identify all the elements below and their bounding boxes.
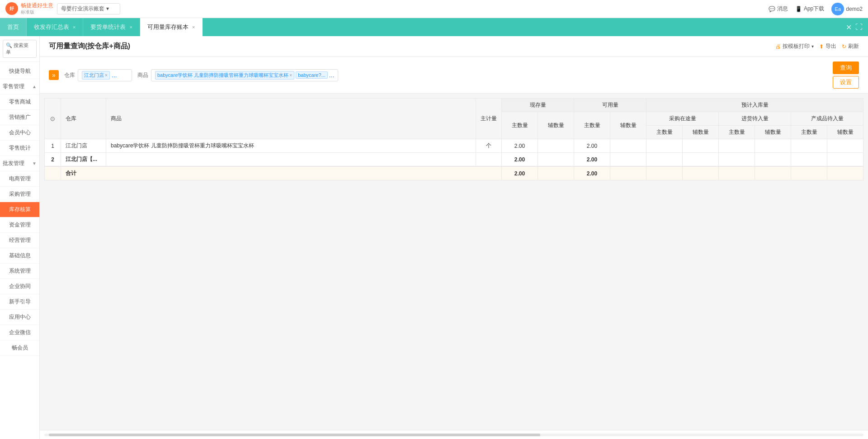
scrollbar-track [44, 434, 863, 436]
table-settings-icon[interactable]: ⚙ [50, 115, 56, 123]
tab-inventory[interactable]: 可用量库存账本 × [140, 18, 203, 36]
warehouse-tag-remove[interactable]: × [105, 73, 108, 78]
tab-inventory-label: 可用量库存账本 [147, 23, 189, 31]
sidebar-item-ecommerce[interactable]: 电商管理 [0, 171, 39, 187]
sidebar-item-quick-nav[interactable]: 快捷导航 [0, 64, 39, 79]
sidebar-item-batch[interactable]: 批发管理 ▼ [0, 156, 39, 171]
page-title: 可用量查询(按仓库+商品) [49, 42, 130, 51]
tab-home[interactable]: 首页 [0, 18, 27, 36]
th-purchase-transit-main: 主数量 [646, 126, 683, 139]
warehouse-filter-label: 仓库 [64, 71, 75, 79]
product-tag-2-value: babycare?... [298, 72, 326, 78]
th-stock-aux: 辅数量 [538, 112, 574, 139]
row1-purchase-main [646, 139, 683, 153]
app-download-button[interactable]: 📱 App下载 [795, 5, 824, 13]
system-label: 系统管理 [9, 267, 31, 275]
sidebar-item-vip[interactable]: 畅会员 [0, 340, 39, 356]
content-area: 可用量查询(按仓库+商品) 🖨 按模板打印 ▾ ⬆ 导出 ↻ 刷新 » [40, 36, 868, 439]
setting-button[interactable]: 设置 [833, 76, 859, 89]
export-button[interactable]: ⬆ 导出 [819, 42, 836, 50]
th-product-waiting-main: 主数量 [791, 126, 827, 139]
message-button[interactable]: 💬 消息 [769, 5, 788, 13]
page-header: 可用量查询(按仓库+商品) 🖨 按模板打印 ▾ ⬆ 导出 ↻ 刷新 [40, 36, 868, 57]
sidebar-item-marketing[interactable]: 营销推广 [0, 110, 39, 125]
th-settings[interactable]: ⚙ [45, 99, 61, 139]
row1-warehouse: 江北门店 [61, 139, 106, 153]
download-icon: 📱 [795, 6, 802, 12]
marketing-label: 营销推广 [9, 113, 31, 121]
refresh-button[interactable]: ↻ 刷新 [842, 42, 859, 50]
row1-product-main [791, 139, 827, 153]
export-icon: ⬆ [819, 43, 824, 50]
sidebar-item-zero-stats[interactable]: 零售统计 [0, 141, 39, 156]
nav-right-icons: ✕ ⛶ [840, 18, 868, 36]
th-stock-group: 现存量 [502, 99, 574, 112]
row1-unit: 个 [476, 139, 502, 153]
row1-stock-aux [538, 139, 574, 153]
tab-order-stats[interactable]: 要货单统计表 × [83, 18, 140, 36]
filter-expand-button[interactable]: » [49, 70, 59, 80]
product-tag-1-remove[interactable]: × [289, 73, 292, 78]
avatar-initials: Ea [835, 6, 841, 12]
username: demo2 [846, 6, 863, 12]
avatar: Ea [831, 3, 844, 15]
row1-product: babycare学饮杯 儿童防摔防撞吸管杯重力球吸嘴杯宝宝水杯 [106, 139, 476, 153]
query-button[interactable]: 查询 [833, 61, 859, 74]
wechat-label: 企业微信 [9, 329, 31, 336]
scrollbar-thumb[interactable] [49, 434, 540, 436]
refresh-label: 刷新 [848, 42, 859, 50]
tab-inventory-close[interactable]: × [192, 24, 195, 30]
industry-selector[interactable]: 母婴行业演示账套 ▾ [57, 3, 120, 14]
product-more-dots[interactable]: ... [329, 71, 335, 79]
main-layout: 🔍 搜索菜单 快捷导航 零售管理 ▲ 零售商城 营销推广 会员中心 [0, 36, 868, 439]
message-label: 消息 [777, 5, 788, 13]
sidebar-item-member[interactable]: 会员中心 [0, 125, 39, 141]
sidebar-item-newbie[interactable]: 新手引导 [0, 294, 39, 310]
total-avail-main: 2.00 [574, 166, 610, 180]
logo-sub: 标准版 [21, 9, 53, 15]
more-dots[interactable]: ... [112, 71, 117, 79]
warehouse-tag-value: 江北门店 [84, 72, 104, 79]
th-warehouse: 仓库 [61, 99, 106, 139]
th-stock-main: 主数量 [502, 112, 538, 139]
quick-nav-label: 快捷导航 [9, 67, 31, 75]
sidebar-item-zero-sales[interactable]: 零售管理 ▲ [0, 79, 39, 94]
row2-inbound-aux [755, 153, 791, 167]
search-icon: 🔍 [6, 42, 12, 48]
sidebar-item-wechat[interactable]: 企业微信 [0, 325, 39, 340]
print-button[interactable]: 🖨 按模板打印 ▾ [775, 42, 814, 50]
th-main-unit: 主计量 [476, 99, 502, 139]
row1-purchase-aux [683, 139, 719, 153]
export-label: 导出 [826, 42, 836, 50]
row2-product-main [791, 153, 827, 167]
row1-avail-aux [610, 139, 646, 153]
sidebar-item-inventory[interactable]: 库存核算 [0, 202, 39, 217]
tab-collection[interactable]: 收发存汇总表 × [27, 18, 83, 36]
sidebar-item-purchase[interactable]: 采购管理 [0, 187, 39, 202]
warehouse-filter-input[interactable]: 江北门店 × ... [78, 69, 132, 81]
user-profile[interactable]: Ea demo2 [831, 3, 863, 15]
th-inbound-waiting: 进货待入量 [719, 112, 791, 126]
table-row: 1 江北门店 babycare学饮杯 儿童防摔防撞吸管杯重力球吸嘴杯宝宝水杯 个… [45, 139, 863, 153]
data-table: ⚙ 仓库 商品 主计量 现存量 可用量 预计入库量 主数量 辅数量 主数量 辅数… [44, 98, 863, 180]
sidebar-item-base-info[interactable]: 基础信息 [0, 248, 39, 264]
sidebar-item-finance[interactable]: 资金管理 [0, 217, 39, 233]
product-filter-input[interactable]: babycare学饮杯 儿童防摔防撞吸管杯重力球吸嘴杯宝宝水杯 × babyca… [151, 69, 338, 81]
sidebar-item-app-center[interactable]: 应用中心 [0, 310, 39, 325]
close-window-icon[interactable]: ✕ [846, 23, 852, 32]
sidebar-item-enterprise[interactable]: 企业协同 [0, 279, 39, 294]
sidebar-item-system[interactable]: 系统管理 [0, 264, 39, 279]
total-product-main [791, 166, 827, 180]
maximize-icon[interactable]: ⛶ [855, 23, 863, 31]
sidebar-item-operation[interactable]: 经营管理 [0, 233, 39, 248]
search-menu-button[interactable]: 🔍 搜索菜单 [3, 40, 37, 58]
row2-avail-aux [610, 153, 646, 167]
tab-collection-close[interactable]: × [73, 24, 75, 30]
th-inbound-waiting-aux: 辅数量 [755, 126, 791, 139]
th-inbound-waiting-main: 主数量 [719, 126, 755, 139]
total-empty-1 [45, 166, 61, 180]
th-avail-main: 主数量 [574, 112, 610, 139]
tab-order-stats-close[interactable]: × [129, 24, 132, 30]
table-footer [40, 430, 868, 439]
sidebar-item-zero-mall[interactable]: 零售商城 [0, 94, 39, 110]
